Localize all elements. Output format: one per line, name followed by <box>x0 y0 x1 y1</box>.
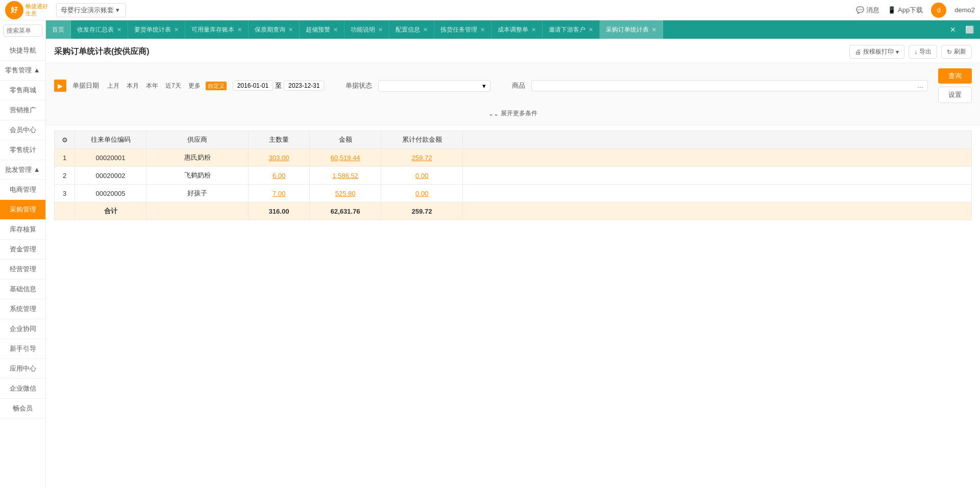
sidebar-item-purchase[interactable]: 采购管理 <box>0 200 45 220</box>
status-select[interactable]: ▾ <box>378 80 491 92</box>
sidebar-item-member[interactable]: 畅会员 <box>0 399 45 419</box>
sidebar-item-retail-stats[interactable]: 零售统计 <box>0 140 45 160</box>
sidebar-item-operations[interactable]: 经营管理 <box>0 260 45 279</box>
setting-button[interactable]: 设置 <box>938 87 972 103</box>
date-filter-label: 单据日期 <box>72 81 99 90</box>
close-icon[interactable]: ✕ <box>117 27 121 33</box>
date-this-year[interactable]: 本年 <box>144 81 160 91</box>
sidebar-item-retail[interactable]: 零售管理 ▲ <box>0 61 45 81</box>
sidebar-item-finance[interactable]: 资金管理 <box>0 240 45 260</box>
sidebar-item-basic-info[interactable]: 基础信息 <box>0 279 45 299</box>
messages-button[interactable]: 💬 消息 <box>856 6 879 15</box>
date-7days[interactable]: 近7天 <box>163 81 183 91</box>
footer-label: 合计 <box>75 202 146 220</box>
tab-expiry-query[interactable]: 保质期查询 ✕ <box>249 20 300 39</box>
sidebar-item-system[interactable]: 系统管理 <box>0 299 45 319</box>
sidebar-item-quick-nav[interactable]: 快捷导航 <box>0 41 45 61</box>
close-icon[interactable]: ✕ <box>333 27 338 33</box>
date-custom-tag[interactable]: 自定义 <box>206 82 227 90</box>
tab-purchase-stats[interactable]: 采购订单统计表 ✕ <box>600 20 663 39</box>
close-icon[interactable]: ✕ <box>237 27 242 33</box>
app-download-button[interactable]: 📱 App下载 <box>888 6 923 15</box>
sidebar-item-retail-shop[interactable]: 零售商城 <box>0 81 45 100</box>
page-title: 采购订单统计表(按供应商) <box>54 46 150 57</box>
sidebar-item-members[interactable]: 会员中心 <box>0 120 45 140</box>
settings-icon[interactable]: ⚙ <box>62 136 68 144</box>
product-filter-label: 商品 <box>512 81 525 90</box>
row-amount: 1,586.52 <box>310 167 381 185</box>
product-input[interactable]: … <box>531 80 928 91</box>
workspace-selector[interactable]: 母婴行业演示账套 ▾ <box>56 3 126 17</box>
logo-icon: 好 <box>5 1 23 19</box>
row-supplier: 飞鹤奶粉 <box>146 167 249 185</box>
date-from[interactable]: 2016-01-01 <box>233 81 273 91</box>
table-row[interactable]: 3 00020005 好孩子 7.00 525.80 0.00 <box>55 185 972 202</box>
query-actions: 查询 设置 <box>938 68 972 103</box>
tab-label: 配置信息 <box>396 25 420 34</box>
close-icon[interactable]: ✕ <box>423 27 428 33</box>
tab-invite-downstream[interactable]: 邀请下游客户 ✕ <box>543 20 600 39</box>
close-icon[interactable]: ✕ <box>531 27 536 33</box>
row-index: 1 <box>55 149 75 167</box>
col-header-check: ⚙ <box>55 131 75 149</box>
search-input[interactable] <box>3 24 42 37</box>
sidebar-item-label: 零售管理 ▲ <box>5 66 40 75</box>
sidebar-item-app-center[interactable]: 应用中心 <box>0 359 45 379</box>
user-avatar[interactable]: d <box>931 3 946 18</box>
sidebar-item-enterprise[interactable]: 企业协同 <box>0 319 45 339</box>
query-button[interactable]: 查询 <box>938 68 972 84</box>
col-header-paid: 累计付款金额 <box>381 131 463 149</box>
row-qty: 303.00 <box>249 149 310 167</box>
sidebar-item-label: 新手引导 <box>10 344 36 353</box>
filter-area: ▶ 单据日期 上月 本月 本年 近7天 更多 自定义 2016-01-01 <box>46 63 980 125</box>
tab-order-stats[interactable]: 要货单统计表 ✕ <box>128 20 185 39</box>
col-header-code: 往来单位编码 <box>75 131 146 149</box>
close-icon[interactable]: ✕ <box>589 27 593 33</box>
date-last-month[interactable]: 上月 <box>105 81 121 91</box>
close-icon[interactable]: ✕ <box>174 27 179 33</box>
main-layout: 快捷导航 零售管理 ▲ 零售商城 营销推广 会员中心 零售统计 批发管理 ▲ 电… <box>0 20 980 488</box>
tab-config-info[interactable]: 配置信息 ✕ <box>389 20 434 39</box>
footer-empty-check <box>55 202 75 220</box>
data-table: ⚙ 往来单位编码 供应商 主数量 金额 累计付款金额 <box>54 131 972 220</box>
row-code: 00020005 <box>75 185 146 202</box>
date-to[interactable]: 2023-12-31 <box>284 81 324 91</box>
nav-tab-bar: 首页 收发存汇总表 ✕ 要货单统计表 ✕ 可用量库存账本 ✕ 保质期查询 ✕ <box>46 20 980 39</box>
sidebar-item-marketing[interactable]: 营销推广 <box>0 100 45 120</box>
sidebar-item-ecommerce[interactable]: 电商管理 <box>0 180 45 200</box>
table-row[interactable]: 2 00020002 飞鹤奶粉 6.00 1,586.52 0.00 <box>55 167 972 185</box>
sidebar-item-label: 应用中心 <box>10 364 36 373</box>
tab-available-inventory[interactable]: 可用量库存账本 ✕ <box>185 20 249 39</box>
row-paid: 259.72 <box>381 149 463 167</box>
tab-home[interactable]: 首页 <box>46 20 71 39</box>
close-icon[interactable]: ✕ <box>652 27 656 33</box>
sidebar-item-label: 快捷导航 <box>10 46 36 55</box>
sidebar-item-enterprise-wechat[interactable]: 企业微信 <box>0 379 45 399</box>
close-tab-button[interactable]: ✕ <box>946 23 960 36</box>
collapse-filter-button[interactable]: ▶ <box>54 80 66 92</box>
sidebar-item-newbie[interactable]: 新手引导 <box>0 339 45 359</box>
date-this-month[interactable]: 本月 <box>125 81 141 91</box>
table-row[interactable]: 1 00020001 惠氏奶粉 303.00 60,519.44 259.72 <box>55 149 972 167</box>
print-button[interactable]: 🖨 按模板打印 ▾ <box>849 45 904 59</box>
tab-label: 保质期查询 <box>255 25 285 34</box>
export-button[interactable]: ↓ 导出 <box>909 45 937 59</box>
date-more[interactable]: 更多 <box>186 81 203 91</box>
tab-cost-adjust[interactable]: 成本调整单 ✕ <box>492 20 543 39</box>
expand-more-button[interactable]: ⌄⌄ 展开更多条件 <box>54 107 972 120</box>
restore-tab-button[interactable]: ⬜ <box>963 23 976 36</box>
tab-pick-task[interactable]: 拣货任务管理 ✕ <box>434 20 492 39</box>
sidebar-item-inventory[interactable]: 库存核算 <box>0 220 45 240</box>
close-icon[interactable]: ✕ <box>288 27 293 33</box>
tab-label: 功能说明 <box>351 25 375 34</box>
tab-overstock-warning[interactable]: 超储预警 ✕ <box>300 20 345 39</box>
tab-label: 首页 <box>52 25 64 34</box>
tab-receive-summary[interactable]: 收发存汇总表 ✕ <box>71 20 128 39</box>
close-icon[interactable]: ✕ <box>480 27 485 33</box>
refresh-icon: ↻ <box>947 48 952 56</box>
tab-function-desc[interactable]: 功能说明 ✕ <box>345 20 389 39</box>
close-icon[interactable]: ✕ <box>378 27 383 33</box>
content-area: 首页 收发存汇总表 ✕ 要货单统计表 ✕ 可用量库存账本 ✕ 保质期查询 ✕ <box>46 20 980 488</box>
sidebar-item-wholesale[interactable]: 批发管理 ▲ <box>0 160 45 180</box>
refresh-button[interactable]: ↻ 刷新 <box>941 45 972 59</box>
